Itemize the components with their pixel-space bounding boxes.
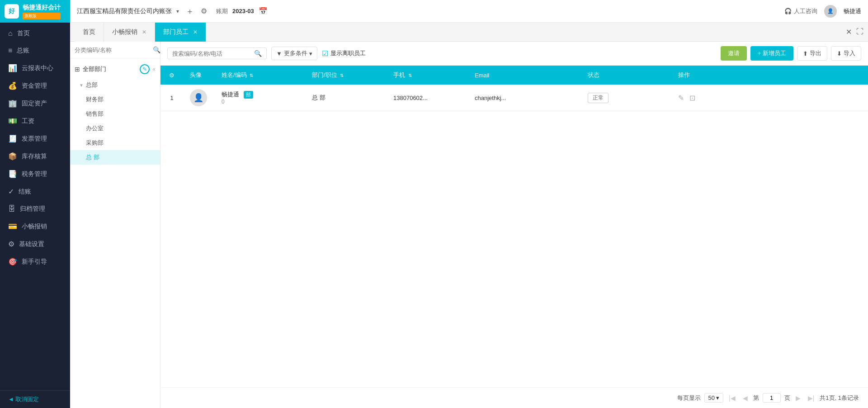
col-settings[interactable]: ⚙ (160, 66, 183, 85)
col-phone[interactable]: 手机 ⇅ (387, 66, 468, 85)
sidebar-item-label: 小畅报销 (22, 223, 47, 231)
dept-node-general[interactable]: 总 部 (70, 150, 160, 165)
sort-name-icon: ⇅ (250, 73, 253, 78)
first-page-btn[interactable]: |◀ (727, 394, 737, 403)
sidebar-item-home[interactable]: ⌂ 首页 (0, 25, 70, 42)
settings-icon: ⚙ (8, 240, 14, 248)
tab-department-close[interactable]: ✕ (193, 29, 198, 35)
sidebar-item-guide[interactable]: 🎯 新手引导 (0, 253, 70, 270)
sidebar-item-funds[interactable]: 💰 资金管理 (0, 77, 70, 95)
collapse-btn[interactable]: « (152, 66, 156, 72)
employee-search-icon[interactable]: 🔍 (254, 50, 262, 57)
cancel-fixed-btn[interactable]: ◄ 取消固定 (0, 390, 70, 408)
prev-page-btn[interactable]: ◀ (741, 394, 750, 403)
dept-node-sales[interactable]: 销售部 (70, 107, 160, 121)
dept-node-purchase[interactable]: 采购部 (70, 136, 160, 150)
dept-label: 销售部 (86, 110, 104, 118)
col-dept[interactable]: 部门/职位 ⇅ (305, 66, 387, 85)
col-phone-label: 手机 (393, 71, 405, 78)
guide-icon: 🎯 (8, 257, 17, 266)
page-input[interactable] (763, 393, 781, 403)
dept-search-input[interactable] (75, 47, 151, 53)
row-email: chanjethkj... (468, 85, 581, 111)
col-avatar: 头像 (183, 66, 215, 85)
dept-search: 🔍 (70, 42, 160, 58)
col-name[interactable]: 姓名/编码 ⇅ (215, 66, 305, 85)
sidebar-item-invoice[interactable]: 🧾 发票管理 (0, 130, 70, 147)
sidebar-item-tax[interactable]: 📑 税务管理 (0, 165, 70, 183)
more-btn[interactable]: ⊡ (689, 94, 695, 102)
employee-panel: 🔍 ▼ 更多条件 ▾ ☑ 显示离职员工 邀请 + 新增员工 (160, 42, 868, 408)
sidebar-item-label: 新手引导 (22, 258, 47, 266)
logo-icon: 好 (5, 4, 19, 19)
expand-tab-btn[interactable]: ⛶ (856, 28, 863, 36)
export-btn[interactable]: ⬆ 导出 (797, 46, 827, 61)
dept-settings-btn[interactable]: ✎ (140, 64, 150, 74)
invite-btn[interactable]: 邀请 (721, 46, 747, 61)
show-resigned-toggle[interactable]: ☑ 显示离职员工 (322, 49, 366, 58)
table-row: 1 👤 畅捷通 部 (160, 85, 868, 111)
tab-xiaochang-close[interactable]: ✕ (142, 29, 146, 35)
next-page-btn[interactable]: ▶ (794, 394, 802, 403)
add-employee-btn[interactable]: + 新增员工 (750, 46, 793, 61)
filter-label: 更多条件 (284, 49, 307, 57)
sidebar-item-settlement[interactable]: ✓ 结账 (0, 183, 70, 200)
inventory-icon: 📦 (8, 152, 17, 161)
sidebar-item-assets[interactable]: 🏢 固定资产 (0, 95, 70, 112)
avatar-circle: 👤 (190, 89, 207, 106)
main-area: 江西服宝精品有限责任公司内账张 ▾ ＋ ⚙ 账期 2023-03 📅 🎧 人工咨… (70, 0, 868, 408)
edit-btn[interactable]: ✎ (678, 94, 684, 102)
add-company-btn[interactable]: ＋ (186, 6, 194, 17)
dept-node-office[interactable]: 办公室 (70, 121, 160, 136)
last-page-btn[interactable]: ▶| (806, 394, 816, 403)
all-depts-label: 全部部门 (83, 65, 106, 73)
employee-search-input[interactable] (172, 50, 252, 57)
sidebar-item-settings[interactable]: ⚙ 基础设置 (0, 235, 70, 253)
service-btn[interactable]: 🎧 人工咨询 (784, 7, 817, 15)
per-page-label: 每页显示 (677, 394, 701, 402)
grid-icon: ⊞ (75, 66, 80, 73)
col-dept-label: 部门/职位 (312, 71, 337, 78)
top-right: 🎧 人工咨询 👤 畅捷通 (784, 5, 861, 18)
tab-home[interactable]: 首页 (75, 23, 104, 42)
sidebar-item-xiaochang[interactable]: 💳 小畅报销 (0, 218, 70, 235)
period-label: 账期 (216, 7, 228, 15)
dept-label: 总部 (86, 81, 98, 89)
import-btn[interactable]: ⬇ 导入 (831, 46, 861, 61)
service-label: 人工咨询 (794, 7, 817, 15)
row-dept: 总 部 (305, 85, 387, 111)
calendar-icon[interactable]: 📅 (259, 7, 268, 15)
tab-department[interactable]: 部门员工 ✕ (155, 23, 206, 42)
company-setting-btn[interactable]: ⚙ (201, 7, 207, 15)
sidebar-item-label: 税务管理 (22, 170, 47, 178)
dept-node-finance[interactable]: 财务部 (70, 92, 160, 107)
all-depts-header[interactable]: ⊞ 全部部门 ✎ « (70, 61, 160, 78)
dept-badge: 部 (244, 91, 253, 99)
dept-search-icon[interactable]: 🔍 (153, 46, 160, 53)
tab-xiaochang[interactable]: 小畅报销 ✕ (104, 23, 155, 42)
sidebar-nav: ⌂ 首页 ≡ 总账 📊 云报表中心 💰 资金管理 🏢 固定资产 💵 工资 🧾 发… (0, 23, 70, 390)
filter-btn[interactable]: ▼ 更多条件 ▾ (271, 47, 317, 60)
sidebar-item-inventory[interactable]: 📦 库存核算 (0, 147, 70, 165)
per-page-dropdown-icon: ▾ (716, 394, 719, 401)
xiaochang-icon: 💳 (8, 222, 17, 231)
col-settings-icon: ⚙ (169, 72, 175, 79)
close-tab-btn[interactable]: ✕ (846, 28, 852, 36)
per-page-select[interactable]: 50 ▾ (704, 393, 723, 403)
filter-icon: ▼ (276, 50, 282, 57)
company-dropdown-icon[interactable]: ▾ (176, 8, 179, 14)
sidebar-item-reports[interactable]: 📊 云报表中心 (0, 59, 70, 77)
dept-label: 财务部 (86, 95, 104, 104)
sidebar-item-archive[interactable]: 🗄 归档管理 (0, 200, 70, 218)
sidebar-item-ledger[interactable]: ≡ 总账 (0, 42, 70, 59)
sidebar-item-payroll[interactable]: 💵 工资 (0, 112, 70, 130)
dept-node-hq[interactable]: ▼ 总部 (70, 78, 160, 92)
sidebar-item-label: 基础设置 (19, 240, 44, 248)
edition-tag: 旗舰版 (23, 13, 61, 19)
employee-toolbar: 🔍 ▼ 更多条件 ▾ ☑ 显示离职员工 邀请 + 新增员工 (160, 42, 868, 66)
tab-bar: 首页 小畅报销 ✕ 部门员工 ✕ ✕ ⛶ (70, 23, 868, 42)
sidebar-item-label: 云报表中心 (22, 64, 53, 72)
col-email: Email (468, 66, 581, 85)
sort-phone-icon: ⇅ (408, 73, 412, 78)
app-name: 畅捷通好会计 (23, 4, 61, 12)
